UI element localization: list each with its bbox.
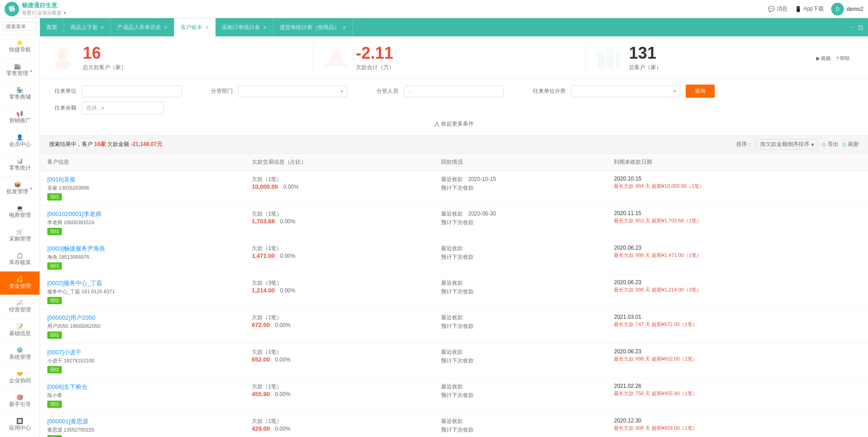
debt-count-5: 欠款（1笔） [252,348,391,356]
overdue-link-2[interactable]: 超期¥1,471.00（1笔） [652,252,702,258]
logo-text: 畅捷通好生意 [22,1,66,10]
retail-mgmt-icon: 🏬 [14,63,21,70]
overdue-link-0[interactable]: 超期¥10,000.00（1笔） [652,183,704,189]
export-btn[interactable]: ⊙ 导出 [822,141,838,148]
sidebar-item-inventory[interactable]: 📋 库存核算 [0,248,40,271]
sidebar-item-ecommerce[interactable]: 💻 电商管理 [0,201,40,224]
tab-close-purchase-stats[interactable]: ✕ [263,25,266,30]
sidebar-item-retail-stats[interactable]: 📊 零售统计 [0,153,40,177]
tab-purchase-product-stats[interactable]: 进货单统计表（按商品） ✕ [273,18,353,36]
cell-customer-3: [0002]服务中心_丁磊 服务中心_丁磊 181 0125 8371 现结 [40,275,245,309]
customer-name-1[interactable]: [0001020001]李老师 [47,210,237,218]
tab-product-history[interactable]: 产成品入库单历史 ✕ [111,18,174,36]
cell-payment-0: 最近收款 2020-10-15 预计下次收款 [434,171,607,206]
customer-name-4[interactable]: [000002]用户2050 [47,314,237,322]
sidebar-item-marketing[interactable]: 📢 营销推广 [0,106,40,130]
sidebar-item-retail-mgmt[interactable]: 🏬 零售管理 ▲ [0,59,40,82]
debt-count-2: 欠款（1笔） [252,245,391,252]
sort-select[interactable]: 按欠款金额倒序排序 ▾ [756,139,818,150]
collapse-row: ⋀ 收起更多条件 [49,118,859,130]
overdue-link-5[interactable]: 超期¥652.00（1笔） [652,356,697,362]
overdue-link-6[interactable]: 超期¥455.90（1笔） [652,391,697,396]
query-button[interactable]: 查询 [686,85,715,98]
sidebar-item-member[interactable]: 👤 会员中心 [0,130,40,153]
customer-name-3[interactable]: [0002]服务中心_丁磊 [47,279,237,287]
tab-product-listing[interactable]: 商品上下架 ✕ [64,18,111,36]
overdue-days-4: 最长欠款 747 天 [614,321,652,327]
tab-purchase-stats[interactable]: 采购订单统计表 ✕ [216,18,273,36]
balance-filter-select[interactable]: 选择... ▾ [82,101,164,115]
video-btn[interactable]: ▶ 视频 [816,55,831,62]
cell-ratio-4 [397,309,434,344]
refresh-btn[interactable]: ⊙ 刷新 [842,141,859,148]
debt-count-7: 欠款（1笔） [252,417,391,425]
th-payment: 回款情况 [434,154,607,171]
customer-name-2[interactable]: [0003]畅捷服务尹海燕 [47,245,237,253]
overdue-days-2: 最长欠款 998 天 [614,252,652,258]
cell-payment-4: 最近收款 预计下次收款 [434,309,607,344]
overdue-link-4[interactable]: 超期¥672.00（1笔） [652,321,697,327]
retail-mall-icon: 🏪 [0,87,40,93]
sidebar-item-wholesale[interactable]: 📦 批发管理 ▼ [0,177,40,201]
overdue-link-7[interactable]: 超期¥429.00（1笔） [652,425,697,431]
member-icon: 👤 [0,134,40,141]
results-amount-value: -21,148.07元 [130,141,162,147]
customer-name-0[interactable]: [0016]吴俊 [47,176,237,184]
sidebar-item-guide[interactable]: 🎯 新手引导 [0,390,40,413]
due-date-7: 2020.12.30 [614,417,861,424]
tab-home[interactable]: 首页 [40,18,64,36]
tab-close-customer-account[interactable]: ✕ [205,25,209,30]
customer-name-6[interactable]: [0006]去下粮仓 [47,383,237,391]
help-btn[interactable]: ? 帮助 [836,55,850,62]
tab-close-product-history[interactable]: ✕ [164,25,167,30]
customer-filter-dots: ··· [86,88,90,95]
customer-name-5[interactable]: [0007]小进干 [47,348,237,357]
cell-ratio-7 [397,413,434,437]
cell-due-3: 2020.06.23 最长欠款 998 天 超期¥1,214.00（3笔） [607,275,868,309]
sidebar-item-finance[interactable]: 💰 资金管理 [0,271,40,295]
tab-maximize-btn[interactable]: ⊡ [858,24,863,31]
sort-arrow-icon: ▾ [811,141,814,148]
sidebar-item-app-center[interactable]: 🔲 应用中心 [0,413,40,437]
dept-filter-select[interactable]: ▾ [238,85,347,97]
cell-customer-7: [000001]黄思源 黄思源 13552700226 现结 [40,413,245,437]
debt-amount-5: 652.00 [252,356,270,363]
svg-text:¥: ¥ [58,52,64,62]
sidebar-item-retail-mall[interactable]: 🏪 零售商城 [0,82,40,106]
customer-badge-2: 现结 [47,262,62,270]
collapse-btn[interactable]: ⋀ 收起更多条件 [49,118,859,130]
overdue-days-5: 最长欠款 998 天 [614,356,652,362]
stat-icon-total [595,44,622,71]
customer-name-7[interactable]: [000001]黄思源 [47,417,237,426]
person-filter-label: 分管人员 [376,87,398,95]
app-download-btn[interactable]: 📱 App下载 [795,5,824,13]
customer-type-select[interactable]: ▾ [571,85,680,97]
sidebar-item-basic-info[interactable]: 📝 基础信息 [0,319,40,342]
cell-payment-3: 最近收款 预计下次收款 [434,275,607,309]
person-filter-input[interactable]: ··· [404,85,504,97]
customer-badge-3: 现结 [47,297,62,304]
sidebar-item-quick-nav[interactable]: ⭐ 快捷导航 [0,35,40,59]
tab-minimize-btn[interactable]: － [848,23,854,31]
sidebar-item-purchase[interactable]: 🛒 采购管理 [0,224,40,248]
user-area[interactable]: D demo2 [831,3,863,15]
finance-icon: 💰 [0,276,40,282]
tab-close-product-listing[interactable]: ✕ [100,25,104,30]
dropdown-arrow[interactable]: ▾ [64,10,66,16]
overdue-link-3[interactable]: 超期¥1,214.00（3笔） [652,287,702,292]
overdue-info-4: 最长欠款 747 天 超期¥672.00（1笔） [614,321,861,328]
dept-filter-label: 分管部门 [211,87,233,95]
tab-close-purchase-product-stats[interactable]: ✕ [342,25,346,30]
stats-bar: ¥ 16 总欠款客户（家） ! [40,36,868,79]
tab-customer-account[interactable]: 客户账本 ✕ [174,18,216,36]
sidebar-item-system[interactable]: ⚙️ 系统管理 [0,342,40,366]
overdue-link-1[interactable]: 超期¥1,703.68（1笔） [652,218,702,223]
sidebar-item-operations[interactable]: 📈 经营管理 [0,295,40,319]
cell-due-7: 2020.12.30 最长欠款 808 天 超期¥429.00（1笔） [607,413,868,437]
search-input[interactable] [3,22,37,31]
message-btn[interactable]: 💬 消息 [768,5,788,13]
sidebar-item-collab[interactable]: 🤝 企业协同 [0,366,40,390]
overdue-days-6: 最长欠款 750 天 [614,391,652,396]
debt-amount-row-4: 672.00 0.00% [252,321,391,328]
customer-filter-input[interactable]: ··· [82,85,182,97]
